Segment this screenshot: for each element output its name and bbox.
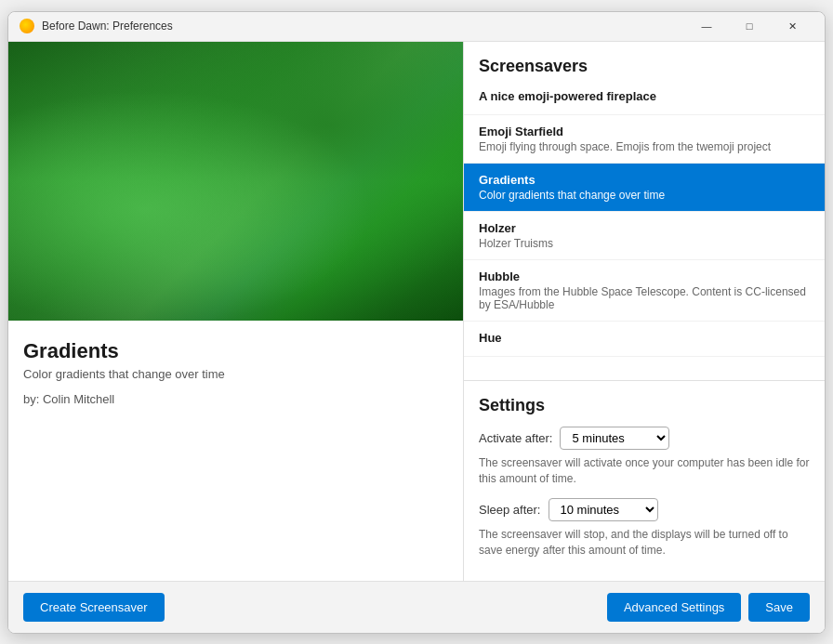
screensaver-info: Gradients Color gradients that change ov… xyxy=(8,321,463,581)
list-item-gradients[interactable]: Gradients Color gradients that change ov… xyxy=(464,164,825,212)
sleep-help: The screensaver will stop, and the displ… xyxy=(479,527,810,559)
screensaver-author: by: Colin Mitchell xyxy=(23,392,448,406)
left-panel: Gradients Color gradients that change ov… xyxy=(8,42,464,581)
screensaver-list-wrapper[interactable]: A nice emoji-powered fireplace Emoji Sta… xyxy=(464,80,825,381)
settings-section: Settings Activate after: 1 minute 2 minu… xyxy=(464,381,825,580)
maximize-button[interactable]: □ xyxy=(728,11,771,41)
activate-label: Activate after: xyxy=(479,431,552,445)
item-name: Hue xyxy=(479,331,810,345)
settings-title: Settings xyxy=(479,396,810,415)
screensaver-description: Color gradients that change over time xyxy=(23,367,448,381)
item-desc: Images from the Hubble Space Telescope. … xyxy=(479,285,810,311)
window-title: Before Dawn: Preferences xyxy=(42,20,685,33)
screensavers-title: Screensavers xyxy=(464,42,825,80)
screensavers-section: Screensavers A nice emoji-powered firepl… xyxy=(464,42,825,382)
activate-after-select[interactable]: 1 minute 2 minutes 5 minutes 10 minutes … xyxy=(560,427,669,450)
list-item[interactable]: Emoji Starfield Emoji flying through spa… xyxy=(464,115,825,164)
sleep-after-select[interactable]: 5 minutes 10 minutes 15 minutes 30 minut… xyxy=(549,498,658,521)
app-icon xyxy=(20,19,34,33)
sleep-label: Sleep after: xyxy=(479,503,541,517)
list-item[interactable]: Hubble Images from the Hubble Space Tele… xyxy=(464,260,825,322)
content-area: Gradients Color gradients that change ov… xyxy=(8,42,825,581)
create-screensaver-button[interactable]: Create Screensaver xyxy=(23,593,165,622)
window-controls: — □ ✕ xyxy=(685,11,813,41)
item-name: Holzer xyxy=(479,221,810,235)
preview-gradient-overlay xyxy=(8,42,463,321)
right-panel: Screensavers A nice emoji-powered firepl… xyxy=(464,42,825,581)
item-name: Emoji Starfield xyxy=(479,125,810,138)
activate-after-row: Activate after: 1 minute 2 minutes 5 min… xyxy=(479,427,810,450)
preferences-window: Before Dawn: Preferences — □ ✕ Gradients… xyxy=(7,11,826,634)
item-name: A nice emoji-powered fireplace xyxy=(479,89,810,103)
footer-right: Advanced Settings Save xyxy=(607,593,810,622)
item-desc: Emoji flying through space. Emojis from … xyxy=(479,140,810,153)
save-button[interactable]: Save xyxy=(748,593,810,622)
preview-area xyxy=(8,42,463,321)
list-item[interactable]: A nice emoji-powered fireplace xyxy=(464,80,825,115)
close-button[interactable]: ✕ xyxy=(771,11,813,41)
list-item[interactable]: Hue xyxy=(464,322,825,357)
minimize-button[interactable]: — xyxy=(685,11,728,41)
footer-left: Create Screensaver xyxy=(23,593,165,622)
advanced-settings-button[interactable]: Advanced Settings xyxy=(607,593,741,622)
screensaver-name: Gradients xyxy=(23,339,448,363)
activate-help: The screensaver will activate once your … xyxy=(479,455,810,487)
screensaver-list: A nice emoji-powered fireplace Emoji Sta… xyxy=(464,80,825,357)
item-desc-active: Color gradients that change over time xyxy=(479,189,810,202)
sleep-after-row: Sleep after: 5 minutes 10 minutes 15 min… xyxy=(479,498,810,521)
title-bar: Before Dawn: Preferences — □ ✕ xyxy=(8,12,825,42)
item-name-active: Gradients xyxy=(479,173,810,187)
item-desc: Holzer Truisms xyxy=(479,237,810,250)
list-item[interactable]: Holzer Holzer Truisms xyxy=(464,212,825,260)
item-name: Hubble xyxy=(479,269,810,283)
footer: Create Screensaver Advanced Settings Sav… xyxy=(8,581,825,633)
